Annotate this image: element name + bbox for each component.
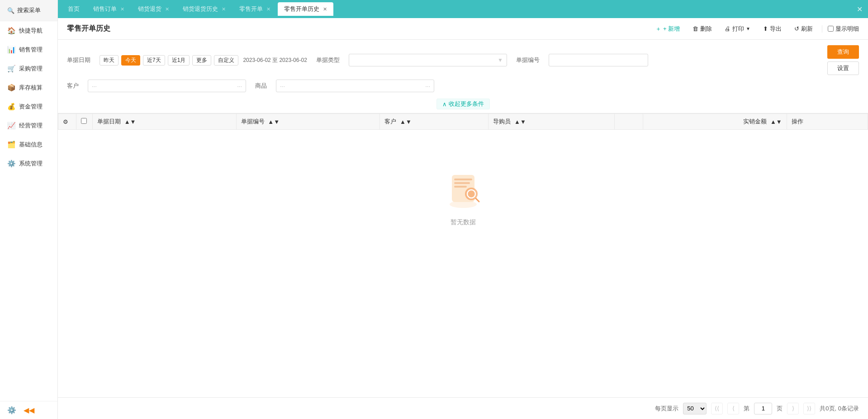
doc-type-arrow-icon: ▼ (498, 57, 503, 63)
sidebar-item-operations-mgmt[interactable]: 📈 经营管理 (0, 116, 57, 135)
sidebar-item-system-mgmt[interactable]: ⚙️ 系统管理 (0, 154, 57, 173)
date-sort-icon: ▲▼ (124, 118, 136, 125)
next-page-btn[interactable]: ⟩ (787, 403, 799, 414)
sidebar-item-basic-info[interactable]: 🗂️ 基础信息 (0, 135, 57, 154)
first-page-btn[interactable]: ⟨⟨ (711, 403, 723, 414)
tab-home[interactable]: 首页 (62, 2, 86, 16)
sidebar-item-purchase-mgmt[interactable]: 🛒 采购管理 (0, 59, 57, 78)
home-icon: 🏠 (7, 27, 15, 35)
date-btn-more[interactable]: 更多 (192, 55, 211, 66)
refresh-icon: ↺ (794, 25, 799, 32)
sidebar-footer: ⚙️ ◀◀ (0, 401, 57, 419)
sidebar-item-sales-mgmt[interactable]: 📊 销售管理 (0, 40, 57, 59)
collapse-button[interactable]: ∧ 收起更多条件 (436, 99, 490, 109)
tab-sales-return-close[interactable]: ✕ (165, 6, 169, 12)
customer-sort-icon: ▲▼ (400, 118, 412, 125)
tab-home-label: 首页 (68, 5, 80, 13)
th-amount[interactable]: 实销金额 ▲▼ (643, 114, 787, 130)
display-detail-checkbox[interactable]: 显示明细 (828, 25, 859, 33)
sales-icon: 📊 (7, 46, 15, 54)
query-button[interactable]: 查询 (827, 45, 859, 59)
doc-no-input[interactable] (549, 54, 648, 66)
sidebar-search[interactable]: 🔍 搜索采单 (0, 0, 57, 21)
th-guide[interactable]: 导购员 ▲▼ (489, 114, 615, 130)
sidebar-item-finance-mgmt[interactable]: 💰 资金管理 (0, 97, 57, 116)
export-button[interactable]: ⬆ 导出 (759, 23, 785, 35)
guide-sort-icon: ▲▼ (514, 118, 526, 125)
total-info: 共0页, 0条记录 (820, 405, 859, 413)
customer-label: 客户 (67, 82, 79, 90)
date-range-text: 2023-06-02 至 2023-06-02 (243, 56, 307, 64)
filter-row-2: 客户 ··· ··· 商品 ··· ··· (67, 80, 859, 92)
filter-settings-button[interactable]: 设置 (827, 61, 859, 75)
prev-page-btn[interactable]: ⟨ (727, 403, 739, 414)
tab-bar: 首页 销售订单 ✕ 销货退货 ✕ 销货退货历史 ✕ 零售开单 ✕ 零售开单历史 … (58, 0, 868, 18)
table-area: ⚙ 单据日期 ▲▼ 单据编号 ▲▼ 客户 ▲▼ (58, 113, 868, 397)
refresh-button[interactable]: ↺ 刷新 (791, 23, 816, 35)
delete-button[interactable]: 🗑 删除 (689, 23, 716, 35)
th-no[interactable]: 单据编号 ▲▼ (236, 114, 380, 130)
goods-select[interactable]: ··· ··· (276, 80, 434, 92)
filter-row-1: 单据日期 昨天 今天 近7天 近1月 更多 自定义 2023-06-02 至 2… (67, 45, 859, 75)
goods-placeholder: ··· (280, 83, 285, 89)
no-sort-icon: ▲▼ (268, 118, 280, 125)
print-label: 打印 (732, 25, 744, 33)
per-page-label: 每页显示 (655, 405, 678, 413)
sidebar-item-label: 资金管理 (19, 103, 43, 111)
print-button[interactable]: 🖨 打印 ▼ (721, 23, 754, 35)
print-icon: 🖨 (725, 25, 730, 32)
per-page-select[interactable]: 50 100 200 (683, 403, 707, 414)
data-table: ⚙ 单据日期 ▲▼ 单据编号 ▲▼ 客户 ▲▼ (58, 113, 868, 245)
tab-sales-order-close[interactable]: ✕ (120, 6, 124, 12)
date-btn-last-month[interactable]: 近1月 (168, 55, 190, 66)
customer-select[interactable]: ··· ··· (88, 80, 246, 92)
close-all-tabs-btn[interactable]: ✕ (857, 5, 863, 14)
doc-type-select[interactable]: ▼ (349, 54, 507, 66)
tab-sales-order[interactable]: 销售订单 ✕ (87, 2, 131, 16)
settings-footer-btn[interactable]: ⚙️ (7, 406, 16, 414)
sidebar-item-inventory-calc[interactable]: 📦 库存核算 (0, 78, 57, 97)
select-all-checkbox[interactable] (81, 118, 87, 124)
refresh-label: 刷新 (801, 25, 813, 33)
date-btn-yesterday[interactable]: 昨天 (100, 55, 119, 66)
print-dropdown-icon: ▼ (746, 26, 750, 31)
tab-retail-open-history[interactable]: 零售开单历史 ✕ (278, 2, 333, 16)
empty-illustration (441, 166, 486, 211)
sidebar-nav: 🏠 快捷导航 📊 销售管理 🛒 采购管理 📦 库存核算 💰 资金管理 📈 经营管… (0, 21, 57, 401)
tab-retail-open[interactable]: 零售开单 ✕ (233, 2, 277, 16)
goods-label: 商品 (255, 82, 267, 90)
tab-sales-return-history-close[interactable]: ✕ (222, 6, 226, 12)
th-no-label: 单据编号 (241, 118, 265, 125)
system-icon: ⚙️ (7, 160, 15, 168)
sidebar: 🔍 搜索采单 🏠 快捷导航 📊 销售管理 🛒 采购管理 📦 库存核算 💰 资金管… (0, 0, 58, 419)
th-date[interactable]: 单据日期 ▲▼ (93, 114, 237, 130)
date-btn-today[interactable]: 今天 (121, 55, 140, 66)
th-settings[interactable]: ⚙ (58, 114, 76, 130)
tab-sales-return-history[interactable]: 销货退货历史 ✕ (176, 2, 232, 16)
th-checkbox[interactable] (76, 114, 93, 130)
new-button[interactable]: ＋ + 新增 (652, 23, 683, 35)
collapse-sidebar-btn[interactable]: ◀◀ (24, 406, 34, 414)
th-amount-label: 实销金额 (743, 118, 767, 125)
delete-icon: 🗑 (693, 25, 698, 32)
sidebar-item-quick-nav[interactable]: 🏠 快捷导航 (0, 21, 57, 40)
page-title: 零售开单历史 (67, 24, 110, 33)
page-number-input[interactable]: 1 (754, 403, 772, 414)
date-btn-custom[interactable]: 自定义 (214, 55, 238, 66)
tab-retail-open-label: 零售开单 (239, 5, 263, 13)
tab-sales-return-label: 销货退货 (138, 5, 161, 13)
th-customer[interactable]: 客户 ▲▼ (380, 114, 489, 130)
purchase-icon: 🛒 (7, 65, 15, 73)
basic-info-icon: 🗂️ (7, 141, 15, 149)
th-customer-label: 客户 (384, 118, 396, 125)
export-icon: ⬆ (763, 25, 768, 32)
svg-rect-4 (454, 186, 467, 188)
tab-retail-open-close[interactable]: ✕ (266, 6, 270, 12)
tab-sales-return[interactable]: 销货退货 ✕ (132, 2, 175, 16)
date-btn-last7[interactable]: 近7天 (143, 55, 165, 66)
last-page-btn[interactable]: ⟩⟩ (803, 403, 815, 414)
tab-retail-open-history-close[interactable]: ✕ (323, 6, 327, 12)
export-label: 导出 (770, 25, 782, 33)
th-guide-label: 导购员 (493, 118, 511, 125)
display-detail-input[interactable] (828, 26, 834, 32)
